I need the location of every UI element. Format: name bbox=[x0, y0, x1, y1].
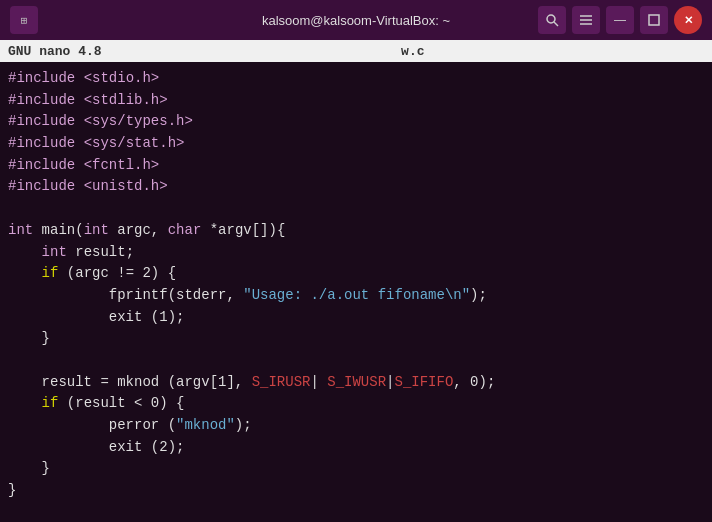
minimize-icon: — bbox=[614, 14, 626, 26]
maximize-icon bbox=[648, 14, 660, 26]
code-line-exit2: exit (2); bbox=[8, 437, 704, 459]
maximize-button[interactable] bbox=[640, 6, 668, 34]
close-icon: ✕ bbox=[684, 14, 693, 27]
code-line-exit1: exit (1); bbox=[8, 307, 704, 329]
code-line-4: #include <sys/stat.h> bbox=[8, 133, 704, 155]
code-line-closing: } bbox=[8, 480, 704, 502]
nano-version: GNU nano 4.8 bbox=[8, 44, 102, 59]
svg-point-0 bbox=[547, 15, 555, 23]
code-line-brace1: } bbox=[8, 328, 704, 350]
code-line-1: #include <stdio.h> bbox=[8, 68, 704, 90]
svg-line-1 bbox=[554, 22, 558, 26]
code-line-main: int main(int argc, char *argv[]){ bbox=[8, 220, 704, 242]
nano-statusbar: GNU nano 4.8 w.c bbox=[0, 40, 712, 62]
code-line-3: #include <sys/types.h> bbox=[8, 111, 704, 133]
nano-filename: w.c bbox=[122, 44, 704, 59]
code-line-perror: perror ("mknod"); bbox=[8, 415, 704, 437]
code-line-fprintf: fprintf(stderr, "Usage: ./a.out fifoname… bbox=[8, 285, 704, 307]
code-line-2: #include <stdlib.h> bbox=[8, 90, 704, 112]
svg-rect-5 bbox=[649, 15, 659, 25]
menu-button[interactable] bbox=[572, 6, 600, 34]
titlebar: ⊞ kalsoom@kalsoom-VirtualBox: ~ — bbox=[0, 0, 712, 40]
titlebar-left: ⊞ bbox=[10, 6, 38, 34]
search-button[interactable] bbox=[538, 6, 566, 34]
app-icon: ⊞ bbox=[10, 6, 38, 34]
code-line-6: #include <unistd.h> bbox=[8, 176, 704, 198]
code-line-result: int result; bbox=[8, 242, 704, 264]
code-line-5: #include <fcntl.h> bbox=[8, 155, 704, 177]
code-line-if1: if (argc != 2) { bbox=[8, 263, 704, 285]
editor-area[interactable]: #include <stdio.h> #include <stdlib.h> #… bbox=[0, 62, 712, 522]
menu-icon bbox=[579, 14, 593, 26]
titlebar-controls: — ✕ bbox=[538, 6, 702, 34]
window-title: kalsoom@kalsoom-VirtualBox: ~ bbox=[262, 13, 450, 28]
code-line-blank2 bbox=[8, 350, 704, 372]
code-line-mknod: result = mknod (argv[1], S_IRUSR| S_IWUS… bbox=[8, 372, 704, 394]
code-line-if2: if (result < 0) { bbox=[8, 393, 704, 415]
close-button[interactable]: ✕ bbox=[674, 6, 702, 34]
code-line-brace2: } bbox=[8, 458, 704, 480]
app-icon-symbol: ⊞ bbox=[21, 14, 28, 27]
minimize-button[interactable]: — bbox=[606, 6, 634, 34]
search-icon bbox=[545, 13, 559, 27]
code-line-blank1 bbox=[8, 198, 704, 220]
